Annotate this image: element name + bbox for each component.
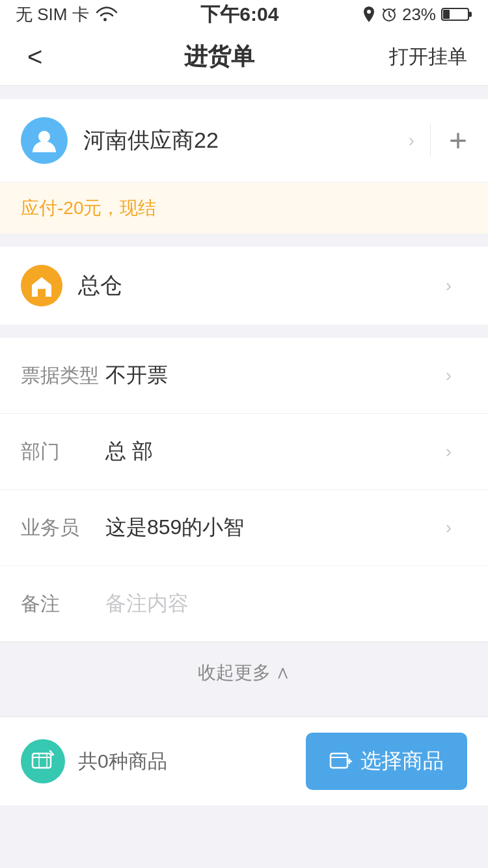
warehouse-name: 总仓 xyxy=(78,271,446,301)
collapse-bar[interactable]: 收起更多 ∧ xyxy=(0,642,488,703)
svg-rect-7 xyxy=(33,753,51,768)
svg-rect-3 xyxy=(468,12,472,17)
warehouse-icon-container xyxy=(21,265,62,306)
warehouse-building-icon xyxy=(29,273,54,298)
select-product-label: 选择商品 xyxy=(360,747,444,776)
location-icon xyxy=(362,6,376,23)
salesperson-row[interactable]: 业务员 这是859的小智 › xyxy=(0,490,488,566)
invoice-type-chevron: › xyxy=(446,365,452,386)
svg-point-8 xyxy=(51,754,53,756)
open-pending-button[interactable]: 打开挂单 xyxy=(389,44,467,70)
add-button[interactable]: + xyxy=(449,125,467,156)
warehouse-row[interactable]: 总仓 › xyxy=(0,247,488,325)
battery-text: 23% xyxy=(402,5,436,25)
warehouse-chevron-icon: › xyxy=(446,275,452,296)
select-product-button[interactable]: 选择商品 xyxy=(306,733,467,790)
select-product-icon xyxy=(329,750,353,773)
section-gap-3 xyxy=(0,325,488,338)
department-row[interactable]: 部门 总 部 › xyxy=(0,414,488,490)
vertical-divider xyxy=(430,124,431,157)
svg-point-0 xyxy=(367,10,371,14)
alarm-icon xyxy=(381,6,397,23)
invoice-type-value: 不开票 xyxy=(105,361,446,390)
status-time: 下午6:04 xyxy=(200,1,278,28)
supplier-name: 河南供应商22 xyxy=(83,126,409,156)
page-content: 河南供应商22 › + 应付-20元，现结 总仓 › xyxy=(0,86,488,868)
department-label: 部门 xyxy=(21,439,105,465)
department-value: 总 部 xyxy=(105,437,446,466)
bottom-bar: 共0种商品 选择商品 xyxy=(0,716,488,806)
invoice-type-row[interactable]: 票据类型 不开票 › xyxy=(0,338,488,414)
supplier-row[interactable]: 河南供应商22 › + xyxy=(0,99,488,183)
remark-input[interactable]: 备注内容 xyxy=(105,590,467,618)
product-count-text: 共0种商品 xyxy=(78,748,306,775)
cart-icon xyxy=(30,748,56,774)
section-gap-4 xyxy=(0,703,488,716)
status-bar: 无 SIM 卡 下午6:04 23% xyxy=(0,0,488,29)
section-gap-2 xyxy=(0,234,488,247)
remark-row[interactable]: 备注 备注内容 xyxy=(0,566,488,642)
svg-rect-9 xyxy=(331,753,347,768)
product-count-icon-container xyxy=(21,739,65,783)
svg-point-5 xyxy=(38,131,50,142)
svg-rect-6 xyxy=(38,289,46,297)
form-section: 票据类型 不开票 › 部门 总 部 › 业务员 这是859的小智 › 备注 备注… xyxy=(0,338,488,642)
salesperson-label: 业务员 xyxy=(21,515,105,541)
status-left: 无 SIM 卡 xyxy=(16,3,118,26)
svg-rect-4 xyxy=(443,10,450,19)
notice-text: 应付-20元，现结 xyxy=(21,198,156,218)
user-icon xyxy=(30,126,59,155)
department-chevron: › xyxy=(446,441,452,462)
battery-icon xyxy=(441,6,472,23)
back-button[interactable]: < xyxy=(21,36,49,78)
remark-label: 备注 xyxy=(21,591,105,617)
page-title: 进货单 xyxy=(184,41,254,73)
notice-bar: 应付-20元，现结 xyxy=(0,183,488,234)
wifi-icon xyxy=(96,7,118,22)
supplier-chevron-icon: › xyxy=(409,130,414,151)
status-right: 23% xyxy=(362,5,472,25)
salesperson-chevron: › xyxy=(446,517,452,538)
salesperson-value: 这是859的小智 xyxy=(105,513,446,542)
no-sim-label: 无 SIM 卡 xyxy=(16,3,89,26)
section-gap-1 xyxy=(0,86,488,99)
supplier-section: 河南供应商22 › + 应付-20元，现结 xyxy=(0,99,488,234)
collapse-label: 收起更多 ∧ xyxy=(198,662,291,683)
warehouse-section: 总仓 › xyxy=(0,247,488,325)
supplier-avatar xyxy=(21,117,68,164)
nav-bar: < 进货单 打开挂单 xyxy=(0,29,488,86)
invoice-type-label: 票据类型 xyxy=(21,362,105,389)
